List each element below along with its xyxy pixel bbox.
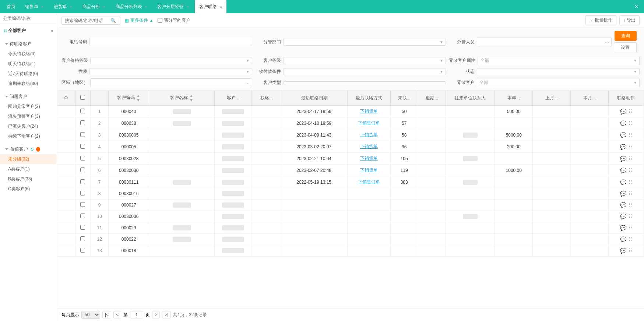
first-page-button[interactable]: |< — [102, 311, 111, 318]
more-icon[interactable]: ⠿ — [629, 214, 632, 219]
retail-attr-dropdown[interactable]: 全部 ▼ — [478, 56, 640, 65]
sidebar-item-ungraded[interactable]: 未分组(32) — [0, 154, 57, 164]
chat-icon[interactable]: 💬 — [620, 225, 626, 231]
row-last-method[interactable]: 下销货单 — [347, 165, 390, 176]
more-icon[interactable]: ⠿ — [629, 248, 632, 254]
prev-page-button[interactable]: < — [113, 311, 121, 318]
method-link[interactable]: 下销货单 — [360, 167, 378, 173]
row-last-method[interactable] — [347, 200, 390, 211]
method-link[interactable]: 下销售订单 — [358, 179, 380, 184]
sidebar-item-hoarding[interactable]: 囤购异常客户(2) — [0, 102, 57, 112]
dept-dropdown[interactable]: ▼ — [283, 39, 446, 46]
row-checkbox-cell[interactable] — [75, 141, 90, 153]
more-icon[interactable]: ⠿ — [629, 202, 632, 208]
tab-product-analysis[interactable]: 商品分析 × — [78, 0, 110, 13]
more-icon[interactable]: ⠿ — [629, 167, 632, 173]
row-last-method[interactable]: 下销售订单 — [347, 176, 390, 188]
sidebar-item-b-class[interactable]: B类客户(33) — [0, 174, 57, 184]
row-checkbox-cell[interactable] — [75, 176, 90, 188]
row-last-method[interactable] — [347, 245, 390, 257]
col-settings[interactable]: ⚙ — [57, 91, 75, 106]
row-checkbox-cell[interactable] — [75, 222, 90, 234]
more-icon[interactable]: ⠿ — [629, 120, 632, 126]
col-checkbox[interactable] — [75, 91, 90, 106]
row-last-method[interactable] — [347, 211, 390, 222]
row-checkbox-cell[interactable] — [75, 245, 90, 257]
row-checkbox-cell[interactable] — [75, 188, 90, 200]
tab-customer-contact[interactable]: 客户联络 × — [195, 0, 226, 13]
row-checkbox[interactable] — [80, 179, 85, 184]
sidebar-collapse-icon[interactable]: « — [50, 28, 53, 33]
method-link[interactable]: 下销货单 — [360, 144, 378, 149]
phone-input[interactable] — [89, 38, 252, 46]
my-customers-check[interactable] — [158, 18, 162, 23]
row-checkbox[interactable] — [80, 156, 85, 160]
chat-icon[interactable]: 💬 — [620, 191, 626, 197]
page-size-select[interactable]: 50 100 200 — [81, 311, 100, 319]
row-checkbox[interactable] — [80, 236, 85, 241]
row-checkbox-cell[interactable] — [75, 211, 90, 222]
sidebar-item-declining[interactable]: 持续下滑客户(2) — [0, 131, 57, 141]
chat-icon[interactable]: 💬 — [620, 132, 626, 138]
row-last-method[interactable]: 下销货单 — [347, 129, 390, 141]
row-checkbox-cell[interactable] — [75, 165, 90, 176]
query-button[interactable]: 查询 — [615, 31, 637, 41]
col-date-header[interactable]: 最后联络日期 — [282, 91, 347, 106]
pending-group[interactable]: 待联络客户 — [0, 39, 57, 49]
col-method-header[interactable]: 最后联络方式 — [347, 91, 390, 106]
sidebar-item-churn-warning[interactable]: 流失预警客户(3) — [0, 112, 57, 121]
tab-customer-layer-close[interactable]: × — [187, 5, 189, 9]
more-icon[interactable]: ⠿ — [629, 144, 632, 150]
my-customers-checkbox[interactable]: 我分管的客户 — [158, 17, 190, 24]
more-icon[interactable]: ⠿ — [629, 191, 632, 197]
last-page-button[interactable]: >| — [162, 311, 171, 318]
quality-dropdown[interactable]: ▼ — [89, 68, 252, 75]
payment-dropdown[interactable]: ▼ — [283, 68, 446, 75]
col-lastmonth-header[interactable]: 上月... — [533, 91, 571, 106]
row-checkbox-cell[interactable] — [75, 129, 90, 141]
more-icon[interactable]: ⠿ — [629, 132, 632, 138]
chat-icon[interactable]: 💬 — [620, 236, 626, 242]
tab-product-list[interactable]: 商品分析列表 × — [111, 0, 152, 13]
more-icon[interactable]: ⠿ — [629, 109, 632, 114]
row-last-method[interactable]: 下销货单 — [347, 153, 390, 165]
main-search-icon[interactable]: 🔍 — [110, 18, 116, 23]
chat-icon[interactable]: 💬 — [620, 144, 626, 150]
export-button[interactable]: ↑ 导出 — [619, 15, 640, 25]
select-all-checkbox[interactable] — [80, 95, 85, 100]
more-conditions-btn[interactable]: ▦ 更多条件 ▲ — [125, 17, 153, 24]
close-all-button[interactable]: × — [632, 2, 641, 11]
sidebar-item-7days[interactable]: 近7天待联络(0) — [0, 69, 57, 79]
row-checkbox[interactable] — [80, 167, 85, 172]
col-thismonth-header[interactable]: 本月... — [571, 91, 609, 106]
chat-icon[interactable]: 💬 — [620, 248, 626, 254]
row-last-method[interactable]: 下销售订单 — [347, 117, 390, 129]
row-checkbox-cell[interactable] — [75, 200, 90, 211]
row-checkbox[interactable] — [80, 202, 85, 207]
main-search-input[interactable] — [65, 18, 109, 23]
row-checkbox[interactable] — [80, 248, 85, 253]
row-last-method[interactable]: 下销货单 — [347, 106, 390, 117]
settings-icon[interactable]: ⚙ — [64, 95, 68, 100]
col-thisyear-header[interactable]: 本年... — [495, 91, 533, 106]
row-checkbox-cell[interactable] — [75, 153, 90, 165]
method-link[interactable]: 下销货单 — [360, 132, 378, 137]
tab-purchase[interactable]: 进货单 × — [49, 0, 77, 13]
row-checkbox[interactable] — [80, 214, 85, 218]
chat-icon[interactable]: 💬 — [620, 120, 626, 126]
sidebar-item-tomorrow[interactable]: 明天待联络(1) — [0, 59, 57, 69]
next-page-button[interactable]: > — [152, 311, 160, 318]
sidebar-item-overdue[interactable]: 逾期未联络(30) — [0, 79, 57, 89]
row-last-method[interactable] — [347, 188, 390, 200]
sidebar-item-a-class[interactable]: A类客户(1) — [0, 164, 57, 174]
row-checkbox[interactable] — [80, 191, 85, 195]
region-input[interactable]: ··· — [90, 78, 252, 87]
row-checkbox[interactable] — [80, 109, 85, 113]
chat-icon[interactable]: 💬 — [620, 156, 626, 162]
row-checkbox-cell[interactable] — [75, 117, 90, 129]
chat-icon[interactable]: 💬 — [620, 214, 626, 219]
col-code-header[interactable]: 客户编码 ▲▼ — [109, 91, 149, 106]
row-last-method[interactable]: 下销货单 — [347, 141, 390, 153]
grade-dropdown[interactable]: ▼ — [283, 57, 446, 64]
tab-product-list-close[interactable]: × — [145, 5, 147, 9]
